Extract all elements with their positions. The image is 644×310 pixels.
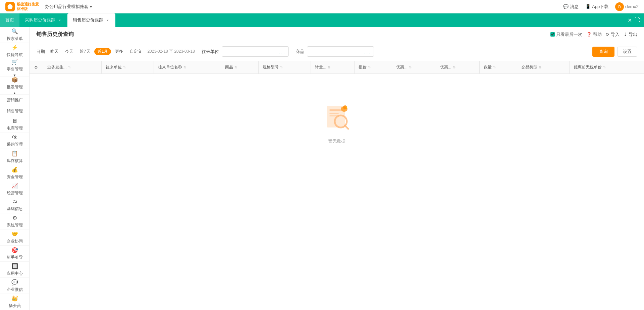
sidebar-item-inventory[interactable]: 📋 库存核算 — [0, 149, 29, 165]
sidebar: 🔍 搜索菜单 ⚡ 快捷导航 🛒 零售管理 ▼ 📦 批发管理 ▲ 营销推广 销售管… — [0, 27, 30, 310]
tab-home-label: 首页 — [5, 17, 14, 23]
sidebar-item-operations[interactable]: 📈 经营管理 — [0, 181, 29, 197]
date-filter-group: 日期 昨天 今天 近7天 近1月 更多 自定义 2023-02-18 至 202… — [36, 48, 195, 55]
sidebar-item-search[interactable]: 🔍 搜索菜单 — [0, 27, 29, 43]
filter-actions: 查询 设置 — [592, 47, 637, 57]
th-discount2[interactable]: 优惠... ⇅ — [436, 61, 479, 74]
download-icon: 📱 — [585, 4, 591, 9]
sidebar-item-member[interactable]: 👑 畅会员 — [0, 294, 29, 310]
th-spec[interactable]: 规格型号 ⇅ — [258, 61, 311, 74]
partner-filter-group: 往来单位 ... — [202, 46, 289, 57]
sidebar-item-quick-nav-label: 快捷导航 — [7, 52, 23, 58]
sidebar-item-finance[interactable]: 💰 资金管理 — [0, 165, 29, 181]
sidebar-item-wechat[interactable]: 💬 企业微信 — [0, 278, 29, 294]
sidebar-item-guide[interactable]: 🎯 新手引导 — [0, 246, 29, 262]
date-options: 昨天 今天 近7天 近1月 更多 自定义 — [48, 48, 145, 55]
th-trade-type[interactable]: 交易类型 ⇅ — [517, 61, 569, 74]
sidebar-item-purchase[interactable]: 🛍 采购管理 — [0, 133, 29, 149]
sidebar-item-retail-label: 零售管理 — [7, 66, 23, 72]
tab-sales-history[interactable]: 销售历史价跟踪 × — [67, 13, 115, 27]
sidebar-item-sales-mgmt[interactable]: 销售管理 — [0, 106, 29, 117]
export-icon: ⇣ — [624, 32, 627, 37]
logo: 畅捷通好生意 标准版 — [5, 2, 39, 11]
date-btn-custom[interactable]: 自定义 — [127, 48, 145, 55]
sidebar-item-quick-nav[interactable]: ⚡ 快捷导航 — [0, 43, 29, 59]
product-dots-icon: ... — [364, 48, 371, 55]
sidebar-item-basic-label: 基础信息 — [7, 206, 23, 212]
sidebar-item-basic[interactable]: 🗂 基础信息 — [0, 197, 29, 213]
guide-icon: 🎯 — [11, 247, 18, 253]
date-label: 日期 — [36, 49, 45, 55]
date-btn-today[interactable]: 今天 — [62, 48, 76, 55]
date-btn-7days[interactable]: 近7天 — [77, 48, 93, 55]
quick-nav-icon: ⚡ — [11, 44, 18, 51]
sidebar-item-enterprise[interactable]: 🤝 企业协同 — [0, 229, 29, 246]
sidebar-item-wechat-label: 企业微信 — [7, 287, 23, 293]
settings-button[interactable]: 设置 — [617, 47, 637, 57]
sort-icon: ⇅ — [453, 65, 455, 69]
date-btn-yesterday[interactable]: 昨天 — [48, 48, 61, 55]
sort-icon: ⇅ — [368, 65, 371, 69]
chevron-down-icon: ▾ — [90, 4, 92, 9]
sidebar-item-retail[interactable]: 🛒 零售管理 ▼ — [0, 59, 29, 77]
tab-home[interactable]: 首页 — [0, 13, 19, 27]
th-partner-code[interactable]: 往来单位 ⇅ — [101, 61, 154, 74]
th-biz-date[interactable]: 业务发生... ⇅ — [43, 61, 101, 74]
th-product[interactable]: 商品 ⇅ — [221, 61, 258, 74]
purchase-icon: 🛍 — [12, 134, 17, 140]
date-btn-more[interactable]: 更多 — [112, 48, 126, 55]
empty-icon — [320, 101, 354, 134]
close-purchase-history-tab[interactable]: × — [57, 18, 62, 22]
sidebar-item-marketing[interactable]: 营销推广 — [0, 95, 29, 106]
message-icon: 💬 — [563, 4, 569, 9]
date-btn-1month[interactable]: 近1月 — [94, 48, 111, 55]
sidebar-item-ecommerce[interactable]: 🖥 电商管理 — [0, 117, 29, 133]
app-selector[interactable]: 办公用品行业模拟账套 ▾ — [42, 2, 95, 11]
export-button[interactable]: ⇣ 导出 — [624, 32, 637, 38]
avatar: D — [615, 2, 624, 11]
close-window-button[interactable]: ✕ — [628, 17, 632, 23]
import-button[interactable]: ⟳ 导入 — [606, 32, 620, 38]
th-unit[interactable]: 计量... ⇅ — [311, 61, 354, 74]
th-quantity[interactable]: 数量 ⇅ — [479, 61, 517, 74]
page-title: 销售历史价查询 — [36, 31, 74, 42]
partner-label: 往来单位 — [202, 49, 219, 55]
product-input[interactable]: ... — [307, 46, 374, 57]
th-partner-name[interactable]: 往来单位名称 ⇅ — [154, 61, 221, 74]
table-container: ⚙ 业务发生... ⇅ 往来单位 ⇅ — [30, 61, 644, 310]
sidebar-item-apps-label: 应用中心 — [7, 271, 23, 276]
wechat-icon: 💬 — [11, 279, 18, 286]
th-quote[interactable]: 报价 ⇅ — [355, 61, 392, 74]
help-button[interactable]: ❓ 帮助 — [586, 32, 602, 38]
sidebar-item-apps[interactable]: 🔲 应用中心 — [0, 262, 29, 278]
sidebar-item-operations-label: 经营管理 — [7, 190, 23, 196]
th-pre-tax-price[interactable]: 优惠前无税单价 ⇅ — [569, 61, 644, 74]
sort-icon: ⇅ — [183, 65, 186, 69]
partner-input[interactable]: ... — [222, 46, 289, 57]
message-button[interactable]: 💬 消息 — [563, 4, 579, 10]
query-button[interactable]: 查询 — [592, 47, 614, 57]
th-settings[interactable]: ⚙ — [30, 61, 43, 74]
sidebar-item-system[interactable]: ⚙ 系统管理 — [0, 213, 29, 229]
gear-icon: ⚙ — [34, 65, 38, 70]
th-discount1[interactable]: 优惠... ⇅ — [392, 61, 436, 74]
maximize-window-button[interactable]: ⛶ — [635, 17, 640, 23]
help-icon: ❓ — [586, 32, 592, 37]
basic-icon: 🗂 — [12, 199, 17, 205]
last-only-input[interactable] — [550, 32, 555, 37]
sidebar-item-search-label: 搜索菜单 — [7, 36, 23, 42]
user-menu[interactable]: D demo2 — [615, 2, 639, 11]
tab-purchase-history[interactable]: 采购历史价跟踪 × — [19, 13, 67, 27]
last-only-checkbox[interactable]: 只看最后一次 — [550, 32, 582, 38]
svg-point-0 — [8, 4, 13, 9]
logo-text: 畅捷通好生意 标准版 — [17, 2, 39, 11]
tab-purchase-history-label: 采购历史价跟踪 — [25, 17, 55, 23]
svg-line-6 — [345, 125, 348, 129]
search-icon: 🔍 — [11, 28, 18, 35]
logo-icon — [5, 2, 15, 11]
sort-icon: ⇅ — [409, 65, 412, 69]
sidebar-item-wholesale[interactable]: 📦 批发管理 ▲ — [0, 77, 29, 95]
app-download-button[interactable]: 📱 App下载 — [585, 4, 608, 10]
close-sales-history-tab[interactable]: × — [105, 18, 110, 22]
ecommerce-icon: 🖥 — [12, 118, 17, 124]
